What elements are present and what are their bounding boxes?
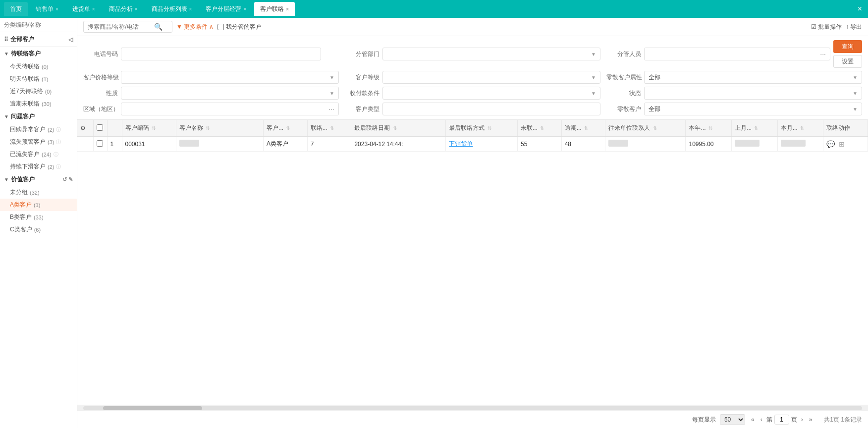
col-customer-code[interactable]: 客户编码 ⇅ [122,120,176,137]
goods-analysis-tab-close[interactable]: × [135,6,138,12]
per-page-select[interactable]: 50 100 200 [720,414,745,425]
declining-info-icon[interactable]: ⓘ [56,163,61,170]
col-customer-name[interactable]: 客户名称 ⇅ [176,120,263,137]
sidebar-collapse-icon[interactable]: ◁ [68,36,73,43]
sidebar-item-ungrouped[interactable]: 未分组 (32) [0,186,77,199]
sidebar-item-churn-warning[interactable]: 流失预警客户 (3) ⓘ [0,136,77,148]
col-settings[interactable]: ⚙ [77,120,93,137]
select-all-checkbox[interactable] [97,124,103,131]
next-page-button[interactable]: › [799,415,805,424]
prev-page-button[interactable]: ‹ [759,415,764,424]
sidebar-group-value-customer[interactable]: ▼ 价值客户 ↺ ✎ [0,173,77,186]
setting-button[interactable]: 设置 [833,55,862,68]
col-last-month[interactable]: 上月... ⇅ [732,120,778,137]
row-checkbox[interactable] [97,140,103,147]
tab-sales[interactable]: 销售单 × [30,2,64,16]
first-page-button[interactable]: « [749,415,757,424]
goods-list-tab-close[interactable]: × [189,6,192,12]
customer-contact-tab-close[interactable]: × [286,6,289,12]
nature-select[interactable]: ▼ [121,87,339,100]
col-last-contact-date-sort-icon[interactable]: ⇅ [393,125,397,131]
sidebar-item-overdue-contact[interactable]: 逾期未联络 (30) [0,98,77,110]
sidebar-item-c-class[interactable]: C类客户 (6) [0,223,77,236]
purchase-tab-close[interactable]: × [92,6,95,12]
col-this-year-sort-icon[interactable]: ⇅ [708,125,712,131]
col-customer-type-sort-icon[interactable]: ⇅ [286,125,290,131]
scroll-thumb[interactable] [103,406,202,410]
batch-op-button[interactable]: ☑ 批量操作 [811,23,842,31]
col-no-contact-sort-icon[interactable]: ⇅ [540,125,544,131]
scattered-select[interactable]: 全部 ▼ [644,103,862,115]
manager-select[interactable]: ··· [644,48,830,60]
col-unit-contact[interactable]: 往来单位联系人 ⇅ [605,120,686,137]
row-action-qr-icon[interactable]: ⊞ [839,140,845,148]
row-action-chat-icon[interactable]: 💬 [826,140,835,148]
region-select[interactable]: ··· [121,103,339,115]
export-button[interactable]: ↑ 导出 [846,23,862,31]
value-customer-edit-icon[interactable]: ✎ [68,176,73,183]
col-overdue-sort-icon[interactable]: ⇅ [584,125,588,131]
filter-search-input[interactable] [88,23,152,30]
filter-search-icon[interactable]: 🔍 [154,23,163,31]
col-contact[interactable]: 联络... ⇅ [307,120,351,137]
churn-warning-info-icon[interactable]: ⓘ [56,139,61,146]
tab-customer-contact[interactable]: 客户联络 × [254,2,295,16]
value-customer-refresh-icon[interactable]: ↺ [62,176,67,183]
col-this-month-sort-icon[interactable]: ⇅ [800,125,804,131]
my-customers-checkbox[interactable] [217,24,224,30]
row-last-contact-method[interactable]: 下销货单 [449,140,473,147]
sidebar-item-repurchase-abnormal[interactable]: 回购异常客户 (2) ⓘ [0,123,77,136]
col-customer-code-sort-icon[interactable]: ⇅ [152,125,156,131]
col-customer-type[interactable]: 客户... ⇅ [264,120,308,137]
sidebar-item-declining[interactable]: 持续下滑客户 (2) ⓘ [0,160,77,173]
my-customers-filter[interactable]: 我分管的客户 [217,23,262,31]
repurchase-abnormal-info-icon[interactable]: ⓘ [56,126,61,133]
sidebar-item-b-class[interactable]: B类客户 (33) [0,211,77,223]
dept-select[interactable]: ▼ [382,48,600,60]
sidebar-item-today-contact[interactable]: 今天待联络 (0) [0,60,77,73]
status-select[interactable]: ▼ [644,87,862,100]
sidebar-item-a-class[interactable]: A类客户 (1) [0,199,77,211]
sidebar-group-waiting-contact[interactable]: ▼ 待联络客户 [0,47,77,60]
col-customer-code-label: 客户编码 [125,124,149,131]
customer-tier-tab-close[interactable]: × [243,6,246,12]
horizontal-scrollbar[interactable] [77,405,868,411]
sidebar-group-problem-customer[interactable]: ▼ 问题客户 [0,110,77,123]
col-last-contact-method[interactable]: 最后联络方式 ⇅ [446,120,518,137]
col-overdue[interactable]: 逾期... ⇅ [561,120,605,137]
sales-tab-close[interactable]: × [55,6,58,12]
tab-purchase[interactable]: 进货单 × [66,2,101,16]
col-this-month[interactable]: 本月... ⇅ [777,120,823,137]
filter-toolbar: 🔍 ▼ 更多条件 ∧ 我分管的客户 ☑ 批量操作 ↑ 导出 [77,18,868,36]
col-last-month-sort-icon[interactable]: ⇅ [754,125,758,131]
payment-select[interactable]: ▼ [382,87,600,100]
col-last-contact-date[interactable]: 最后联络日期 ⇅ [351,120,446,137]
tab-goods-analysis[interactable]: 商品分析 × [103,2,144,16]
churned-info-icon[interactable]: ⓘ [54,151,58,158]
col-contact-sort-icon[interactable]: ⇅ [330,125,334,131]
scattered-attr-select[interactable]: 全部 ▼ [644,71,862,84]
customer-type-input[interactable] [382,103,600,115]
col-customer-name-sort-icon[interactable]: ⇅ [206,125,210,131]
tab-customer-tier[interactable]: 客户分层经营 × [200,2,252,16]
window-close-button[interactable]: × [856,2,864,15]
filter-action-buttons: 查询 设置 [833,40,862,68]
col-unit-contact-sort-icon[interactable]: ⇅ [653,125,657,131]
sidebar-search-input[interactable] [4,21,77,28]
filter-more-conditions[interactable]: ▼ 更多条件 ∧ [176,23,214,31]
search-button[interactable]: 查询 [833,40,862,53]
last-page-button[interactable]: » [807,415,814,424]
col-no-contact[interactable]: 未联... ⇅ [517,120,561,137]
tab-goods-list[interactable]: 商品分析列表 × [146,2,198,16]
sidebar-all-customers-header[interactable]: ⠿ 全部客户 ◁ [0,32,77,47]
col-this-year[interactable]: 本年... ⇅ [686,120,732,137]
tab-home[interactable]: 首页 [4,2,28,16]
sidebar-item-7day-contact[interactable]: 近7天待联络 (0) [0,85,77,98]
customer-level-select[interactable]: ▼ [382,71,600,84]
phone-input[interactable] [121,48,321,60]
sidebar-item-tomorrow-contact[interactable]: 明天待联络 (1) [0,73,77,85]
col-last-contact-method-sort-icon[interactable]: ⇅ [488,125,491,131]
sidebar-item-churned[interactable]: 已流失客户 (24) ⓘ [0,148,77,160]
page-number-input[interactable] [774,415,789,425]
price-level-select[interactable]: ▼ [121,71,339,84]
